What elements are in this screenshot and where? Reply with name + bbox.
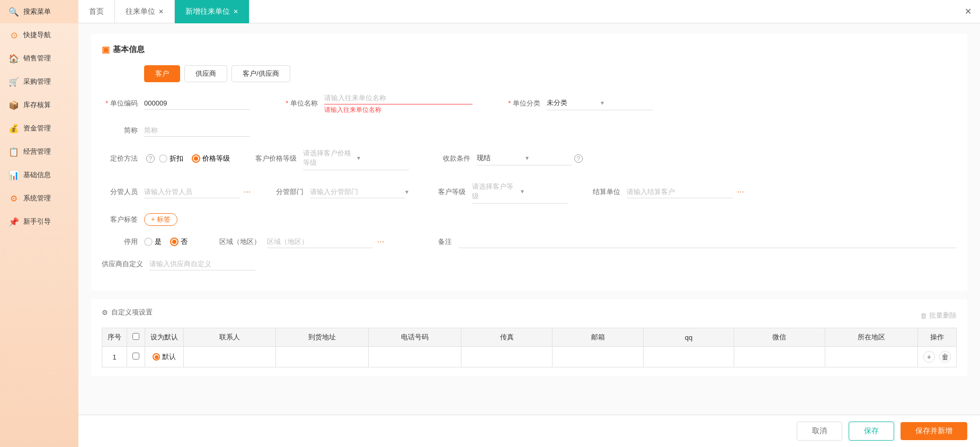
- col-default: 设为默认: [145, 328, 184, 347]
- department-select[interactable]: ▾: [405, 186, 421, 198]
- customer-price-level-select[interactable]: 请选择客户价格等级 ▾: [303, 146, 409, 170]
- qq-input[interactable]: [649, 353, 728, 361]
- fax-input[interactable]: [467, 353, 547, 361]
- row-qq[interactable]: [644, 347, 734, 367]
- tab-partner[interactable]: 往来单位 ✕: [115, 0, 175, 23]
- sidebar-item-sales[interactable]: 🏠 销售管理: [0, 47, 78, 70]
- sidebar-item-purchase[interactable]: 🛒 采购管理: [0, 70, 78, 93]
- sidebar-item-system[interactable]: ⚙ 系统管理: [0, 187, 78, 210]
- row-fax[interactable]: [461, 347, 553, 367]
- customer-level-select[interactable]: 请选择客户等级 ▾: [472, 180, 567, 204]
- sidebar-item-label: 搜索菜单: [23, 7, 51, 16]
- row-address[interactable]: [275, 347, 368, 367]
- payment-terms-select[interactable]: 现结 ▾: [477, 151, 572, 165]
- unit-category-select[interactable]: 未分类 ▾: [547, 96, 653, 110]
- settlement-more-icon[interactable]: ···: [737, 187, 744, 197]
- row-email[interactable]: [553, 347, 644, 367]
- add-tag-button[interactable]: + 标签: [144, 213, 177, 226]
- save-add-button[interactable]: 保存并新增: [901, 422, 967, 440]
- delete-row-button[interactable]: 🗑: [939, 351, 951, 363]
- phone-input[interactable]: [374, 353, 456, 361]
- row-contact[interactable]: [184, 347, 276, 367]
- row-select-checkbox[interactable]: [132, 353, 139, 360]
- unit-name-input[interactable]: [324, 92, 473, 104]
- page-content: ▣ 基本信息 客户 供应商 客户/供应商 单位编码 单位名称: [78, 23, 980, 415]
- select-all-checkbox[interactable]: [132, 333, 139, 340]
- disabled-radio-group: 是 否: [144, 237, 188, 247]
- pricing-help-icon[interactable]: ?: [146, 154, 155, 163]
- department-input[interactable]: [310, 186, 405, 198]
- sidebar-item-guide[interactable]: 📌 新手引导: [0, 210, 78, 233]
- manager-more-icon[interactable]: ···: [244, 187, 251, 197]
- unit-type-row: 客户 供应商 客户/供应商: [102, 65, 957, 82]
- sidebar-item-label: 基础信息: [23, 170, 51, 180]
- pricing-level-option[interactable]: 价格等级: [192, 154, 230, 163]
- type-btn-both[interactable]: 客户/供应商: [231, 65, 290, 82]
- save-button[interactable]: 保存: [849, 422, 894, 441]
- contact-input[interactable]: [189, 353, 270, 361]
- custom-settings-button[interactable]: ⚙ 自定义项设置: [102, 308, 153, 317]
- pricing-discount-option[interactable]: 折扣: [159, 154, 183, 163]
- table-row: 1 默认: [102, 347, 957, 367]
- tab-new-partner[interactable]: 新增往来单位 ✕: [175, 0, 250, 23]
- close-all-button[interactable]: ✕: [956, 6, 980, 16]
- pricing-level-radio[interactable]: [192, 154, 200, 163]
- row-operations: + 🗑: [923, 351, 951, 363]
- settlement-unit-input[interactable]: [627, 186, 733, 198]
- add-row-button[interactable]: +: [923, 351, 935, 363]
- col-fax: 传真: [461, 328, 553, 347]
- tab-home[interactable]: 首页: [78, 0, 115, 23]
- system-icon: ⚙: [8, 193, 19, 204]
- pricing-method-label: 定价方法: [102, 154, 144, 163]
- row-ops: + 🗑: [917, 347, 956, 367]
- tab-partner-close[interactable]: ✕: [158, 8, 164, 15]
- address-input[interactable]: [281, 353, 363, 361]
- sidebar-item-operations[interactable]: 📋 经营管理: [0, 140, 78, 163]
- sidebar-item-search[interactable]: 🔍 搜索菜单: [0, 0, 78, 23]
- chevron-down-icon: ▾: [601, 99, 653, 107]
- pricing-discount-radio[interactable]: [159, 154, 167, 163]
- short-name-row: 简称: [102, 124, 957, 137]
- short-name-input[interactable]: [144, 124, 250, 137]
- unit-code-input[interactable]: [144, 97, 250, 110]
- sidebar: 🔍 搜索菜单 ⊙ 快捷导航 🏠 销售管理 🛒 采购管理 📦 库存核算 💰 资金管…: [0, 0, 78, 447]
- row-region-input[interactable]: [831, 353, 912, 361]
- disabled-yes-radio[interactable]: [144, 238, 153, 246]
- disabled-yes-option[interactable]: 是: [144, 237, 162, 247]
- col-phone: 电话号码: [368, 328, 461, 347]
- disabled-no-radio[interactable]: [170, 238, 179, 246]
- row-wechat[interactable]: [734, 347, 825, 367]
- type-btn-customer[interactable]: 客户: [144, 65, 180, 82]
- customer-tag-row: 客户标签 + 标签: [102, 213, 957, 226]
- supplier-custom-input[interactable]: [149, 258, 255, 270]
- type-btn-supplier[interactable]: 供应商: [184, 65, 227, 82]
- sidebar-item-label: 快捷导航: [23, 30, 51, 40]
- sidebar-item-label: 销售管理: [23, 54, 51, 63]
- remark-input[interactable]: [458, 235, 957, 248]
- customer-tag-label: 客户标签: [102, 215, 144, 224]
- col-contact: 联系人: [184, 328, 276, 347]
- disabled-yes-label: 是: [155, 237, 162, 247]
- region-more-icon[interactable]: ···: [377, 237, 384, 247]
- cancel-button[interactable]: 取消: [797, 422, 842, 441]
- batch-delete-button[interactable]: 🗑 批量删除: [920, 311, 957, 320]
- disabled-no-option[interactable]: 否: [170, 237, 188, 247]
- manager-input[interactable]: [144, 186, 239, 198]
- payment-help-icon[interactable]: ?: [574, 154, 583, 163]
- tab-new-partner-label: 新增往来单位: [185, 7, 230, 16]
- row-region[interactable]: [825, 347, 917, 367]
- sidebar-item-inventory[interactable]: 📦 库存核算: [0, 93, 78, 117]
- customer-price-level-label: 客户价格等级: [255, 154, 303, 163]
- col-address: 到货地址: [275, 328, 368, 347]
- row-phone[interactable]: [368, 347, 461, 367]
- sidebar-item-finance[interactable]: 💰 资金管理: [0, 117, 78, 140]
- tab-new-partner-close[interactable]: ✕: [233, 8, 238, 15]
- region-input[interactable]: [267, 235, 373, 248]
- row-default-label: 默认: [162, 352, 176, 362]
- purchase-icon: 🛒: [8, 76, 19, 87]
- sidebar-item-quick-nav[interactable]: ⊙ 快捷导航: [0, 23, 78, 47]
- wechat-input[interactable]: [740, 353, 819, 361]
- sidebar-item-basic[interactable]: 📊 基础信息: [0, 163, 78, 187]
- row-default-radio[interactable]: [153, 353, 160, 361]
- email-input[interactable]: [558, 353, 638, 361]
